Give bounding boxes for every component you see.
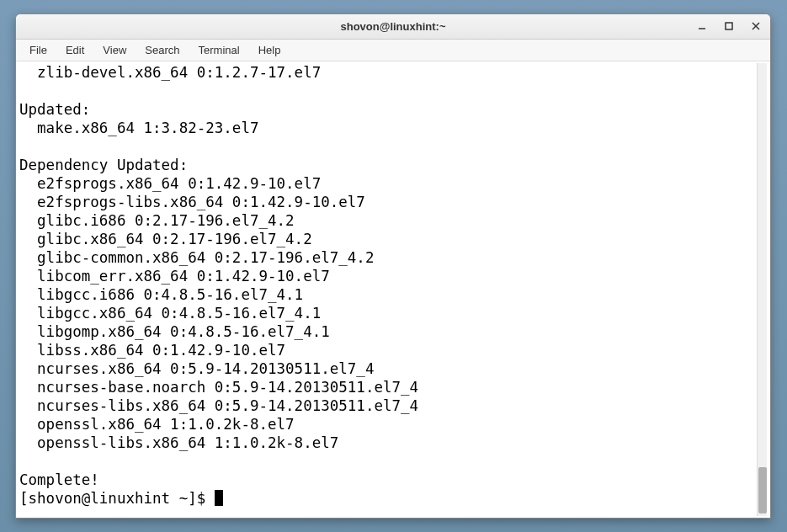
menu-file[interactable]: File xyxy=(21,41,56,59)
menubar: File Edit View Search Terminal Help xyxy=(16,40,770,61)
titlebar: shovon@linuxhint:~ xyxy=(16,14,770,40)
maximize-icon xyxy=(725,22,733,30)
maximize-button[interactable] xyxy=(720,18,738,35)
terminal-content[interactable]: zlib-devel.x86_64 0:1.2.7-17.el7 Updated… xyxy=(19,63,757,516)
close-button[interactable] xyxy=(747,18,765,35)
terminal-cursor xyxy=(215,490,223,506)
menu-terminal[interactable]: Terminal xyxy=(190,41,248,59)
terminal-window: shovon@linuxhint:~ File Edit View Search… xyxy=(15,13,771,519)
menu-view[interactable]: View xyxy=(94,41,135,59)
menu-search[interactable]: Search xyxy=(136,41,188,59)
menu-edit[interactable]: Edit xyxy=(57,41,93,59)
svg-rect-1 xyxy=(726,23,732,29)
window-controls xyxy=(693,18,765,35)
terminal-prompt: [shovon@linuxhint ~]$ xyxy=(19,490,215,507)
terminal-area[interactable]: zlib-devel.x86_64 0:1.2.7-17.el7 Updated… xyxy=(16,61,770,518)
menu-help[interactable]: Help xyxy=(250,41,290,59)
close-icon xyxy=(752,22,760,30)
minimize-button[interactable] xyxy=(693,18,711,35)
window-title: shovon@linuxhint:~ xyxy=(341,20,446,33)
scrollbar[interactable] xyxy=(757,63,767,516)
minimize-icon xyxy=(698,22,706,30)
scrollbar-thumb[interactable] xyxy=(758,467,767,513)
